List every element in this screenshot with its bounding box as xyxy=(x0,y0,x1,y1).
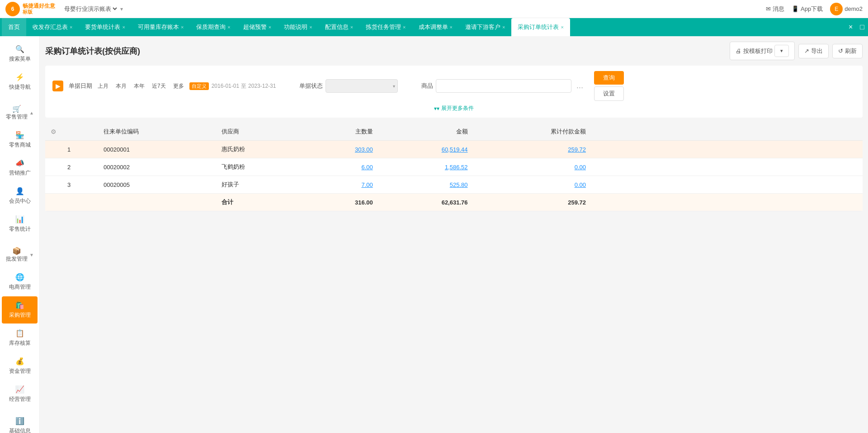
sidebar-item-purchase[interactable]: 🛍️ 采购管理 xyxy=(2,296,38,324)
query-btn[interactable]: 查询 xyxy=(594,71,624,85)
print-arrow-icon: ▾ xyxy=(774,45,789,57)
page-actions: 🖨 按模板打印 ▾ ↗ 导出 ↺ 刷新 xyxy=(730,42,863,60)
table-row: 1 00020001 惠氏奶粉 303.00 60,519.44 259.72 xyxy=(45,141,863,158)
tab-caigoudindan[interactable]: 采购订单统计表 × xyxy=(511,18,570,36)
top-bar: 6 畅捷通好生意 标版 母婴行业演示账表 ▾ ✉ 消息 📱 App下载 E de… xyxy=(0,0,868,18)
shortcut-more[interactable]: 更多 xyxy=(170,81,187,91)
user-area[interactable]: E demo2 xyxy=(830,3,863,15)
close-tab-yaoqingxiayou[interactable]: × xyxy=(502,24,505,30)
expand-row: ▾▾ 展开更多条件 xyxy=(52,105,855,112)
print-btn[interactable]: 🖨 按模板打印 ▾ xyxy=(730,42,795,60)
close-tab-chengbentiaoz[interactable]: × xyxy=(450,24,453,30)
shortcut-this-month[interactable]: 本月 xyxy=(113,81,129,91)
layout: 🔍 搜索英单 ⚡ 快捷导航 🛒 零售管理 ▲ 🏪 零售商城 📣 营销推广 👤 会… xyxy=(0,36,868,433)
breadcrumb-select[interactable]: 母婴行业演示账表 xyxy=(62,5,118,13)
close-tab-keyong[interactable]: × xyxy=(181,24,184,30)
close-tab-gongneng[interactable]: × xyxy=(309,24,312,30)
close-tab-peizhixinxi[interactable]: × xyxy=(350,24,353,30)
maximize-btn[interactable]: □ xyxy=(858,21,866,33)
tab-gongneng[interactable]: 功能说明 × xyxy=(278,18,318,36)
status-select[interactable] xyxy=(326,79,398,93)
td-supplier-2: 飞鹤奶粉 xyxy=(216,158,304,176)
export-btn[interactable]: ↗ 导出 xyxy=(798,44,829,58)
td-quantity-2: 6.00 xyxy=(304,158,378,176)
td-amount-1: 60,519.44 xyxy=(378,141,473,158)
page-title: 采购订单统计表(按供应商) xyxy=(45,46,140,57)
tab-keyong[interactable]: 可用量库存账本 × xyxy=(132,18,190,36)
main-content: 采购订单统计表(按供应商) 🖨 按模板打印 ▾ ↗ 导出 ↺ 刷新 xyxy=(40,36,868,433)
table-footer: 合计 316.00 62,631.76 259.72 xyxy=(45,194,863,211)
tab-peizhixinxi[interactable]: 配置信息 × xyxy=(319,18,359,36)
sidebar-item-inventory[interactable]: 📋 库存核算 xyxy=(2,324,38,352)
td-index-2: 2 xyxy=(62,158,98,176)
operations-icon: 📈 xyxy=(15,385,24,394)
td-gear-3 xyxy=(45,176,62,194)
filter-toggle-btn[interactable]: ▶ xyxy=(52,81,63,91)
filter-area: ▶ 单据日期 上月 本月 本年 近7天 更多 自定义 2016-01-01 至 … xyxy=(45,66,863,118)
basic-icon: ℹ️ xyxy=(15,417,24,425)
shortcut-last-month[interactable]: 上月 xyxy=(95,81,111,91)
date-end: 2023-12-31 xyxy=(248,83,276,89)
close-tab-paihuorenwu[interactable]: × xyxy=(403,24,406,30)
tab-baojin[interactable]: 保质期查询 × xyxy=(190,18,236,36)
status-select-wrapper: ▾ xyxy=(326,79,398,93)
tab-chengbentiaoz[interactable]: 成本调整单 × xyxy=(412,18,459,36)
data-table: ⚙ 往来单位编码 供应商 主数量 金额 累计付款金额 1 xyxy=(45,123,863,211)
tf-index xyxy=(62,194,98,211)
shortcut-this-year[interactable]: 本年 xyxy=(131,81,147,91)
members-icon: 👤 xyxy=(15,187,24,195)
nav-tabs-actions: × □ xyxy=(847,21,866,33)
app-download-btn[interactable]: 📱 App下载 xyxy=(792,5,823,13)
sidebar-item-operations[interactable]: 📈 经营管理 xyxy=(2,381,38,408)
retailstat-icon: 📊 xyxy=(15,215,24,224)
td-unit-code-2: 00020002 xyxy=(98,158,216,176)
sidebar-item-basic[interactable]: ℹ️ 基础信息 xyxy=(2,412,38,433)
inventory-icon: 📋 xyxy=(15,329,24,338)
tab-shoufachui[interactable]: 收发存汇总表 × xyxy=(26,18,79,36)
td-unit-code-1: 00020001 xyxy=(98,141,216,158)
messages-btn[interactable]: ✉ 消息 xyxy=(766,5,784,13)
goods-more-btn[interactable]: … xyxy=(574,82,585,90)
sidebar-item-retailstat[interactable]: 📊 零售统计 xyxy=(2,210,38,238)
th-quantity: 主数量 xyxy=(304,123,378,141)
goods-input[interactable] xyxy=(436,79,571,93)
sidebar-item-ecommerce[interactable]: 🌐 电商管理 xyxy=(2,268,38,295)
td-amount-2: 1,586.52 xyxy=(378,158,473,176)
retail-icon: 🛒 xyxy=(12,105,21,113)
finance-icon: 💰 xyxy=(15,357,24,366)
nav-tabs: 首页 收发存汇总表 × 要货单统计表 × 可用量库存账本 × 保质期查询 × 超… xyxy=(0,18,868,36)
close-tab-baojin[interactable]: × xyxy=(227,24,230,30)
sidebar-item-batch[interactable]: 📦 批发管理 ▼ xyxy=(2,242,38,267)
close-tab-shoufachui[interactable]: × xyxy=(70,24,72,30)
sidebar-item-search[interactable]: 🔍 搜索英单 xyxy=(2,40,38,67)
batch-arrow: ▼ xyxy=(29,252,34,257)
table-footer-row: 合计 316.00 62,631.76 259.72 xyxy=(45,194,863,211)
sidebar-item-members[interactable]: 👤 会员中心 xyxy=(2,182,38,209)
sidebar-item-quicknav[interactable]: ⚡ 快捷导航 xyxy=(2,68,38,95)
sidebar-item-marketing[interactable]: 📣 营销推广 xyxy=(2,154,38,181)
table-body: 1 00020001 惠氏奶粉 303.00 60,519.44 259.72 … xyxy=(45,141,863,194)
tab-yaohuo[interactable]: 要货单统计表 × xyxy=(79,18,131,36)
tab-paihuorenwu[interactable]: 拣货任务管理 × xyxy=(359,18,412,36)
sidebar-item-retailshop[interactable]: 🏪 零售商城 xyxy=(2,126,38,153)
close-tab-yaohuo[interactable]: × xyxy=(122,24,125,30)
sidebar-item-retail[interactable]: 🛒 零售管理 ▲ xyxy=(2,100,38,125)
sidebar-item-finance[interactable]: 💰 资金管理 xyxy=(2,352,38,380)
shortcut-7days[interactable]: 近7天 xyxy=(149,81,169,91)
settings-btn[interactable]: 设置 xyxy=(594,86,624,101)
close-all-tabs-btn[interactable]: × xyxy=(847,21,854,33)
tf-extra xyxy=(591,194,863,211)
expand-btn[interactable]: ▾▾ 展开更多条件 xyxy=(434,105,474,112)
td-paid-1: 259.72 xyxy=(473,141,592,158)
tab-yaoqingxiayou[interactable]: 邀请下游客户 × xyxy=(459,18,511,36)
close-tab-caigoudindan[interactable]: × xyxy=(561,24,563,30)
tf-unit xyxy=(98,194,216,211)
custom-badge[interactable]: 自定义 xyxy=(189,82,209,90)
refresh-btn[interactable]: ↺ 刷新 xyxy=(832,44,863,58)
table-settings-gear-icon[interactable]: ⚙ xyxy=(51,128,57,135)
tab-home[interactable]: 首页 xyxy=(2,18,26,36)
breadcrumb: 母婴行业演示账表 ▾ xyxy=(62,5,123,13)
td-supplier-3: 好孩子 xyxy=(216,176,304,194)
close-tab-chaochuyujing[interactable]: × xyxy=(269,24,271,30)
tab-chaochuyujing[interactable]: 超储预警 × xyxy=(237,18,278,36)
